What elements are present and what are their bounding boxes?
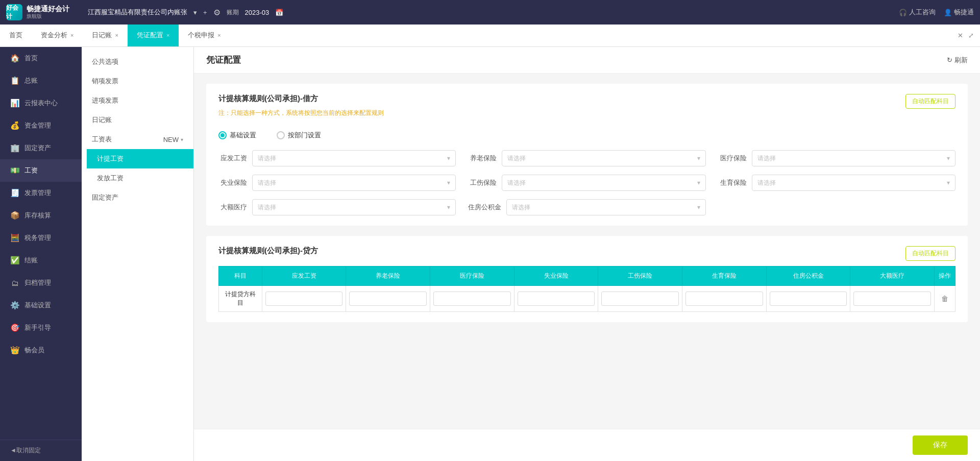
tab-journal-close[interactable]: ×: [115, 32, 118, 38]
company-name[interactable]: 江西服宝精品有限责任公司内账张: [88, 8, 187, 17]
consult-button[interactable]: 🎧 人工咨询: [899, 8, 936, 17]
fund-icon: 💰: [10, 121, 19, 130]
save-bar: 保存: [194, 429, 980, 461]
debit-auto-match-button[interactable]: 自动匹配科目: [905, 94, 955, 109]
settings-icon[interactable]: ⚙: [213, 8, 220, 17]
sidebar-item-home[interactable]: 🏠 首页: [0, 47, 82, 69]
cell-gross-salary-input[interactable]: [262, 286, 346, 312]
period-value[interactable]: 2023-03: [245, 9, 270, 16]
tab-home-label: 首页: [9, 31, 22, 40]
cell-large-medical-input[interactable]: [850, 286, 935, 312]
refresh-button[interactable]: ↻ 刷新: [947, 56, 968, 65]
radio-basic-settings[interactable]: 基础设置: [218, 131, 256, 140]
sub-sidebar-accrual-salary-label: 计提工资: [97, 154, 124, 163]
delete-icon[interactable]: 🗑: [941, 295, 948, 303]
calendar-icon[interactable]: 📅: [275, 9, 283, 16]
cell-medical-input[interactable]: [430, 286, 514, 312]
sidebar-item-member[interactable]: 👑 畅会员: [0, 339, 82, 361]
sidebar-item-archive[interactable]: 🗂 归档管理: [0, 272, 82, 294]
content-header: 凭证配置 ↻ 刷新: [194, 47, 980, 74]
sidebar-item-inventory[interactable]: 📦 库存核算: [0, 204, 82, 227]
tab-journal[interactable]: 日记账 ×: [83, 25, 127, 46]
field-gross-salary-select[interactable]: 请选择 ▾: [252, 150, 456, 166]
input-maternity[interactable]: [685, 292, 763, 306]
sidebar-item-invoice[interactable]: 🧾 发票管理: [0, 182, 82, 204]
field-unemployment: 失业保险 请选择 ▾: [218, 175, 456, 191]
sub-sidebar-salary-sub: 计提工资 发放工资: [82, 149, 193, 188]
sidebar-item-tax-label: 税务管理: [24, 233, 51, 242]
col-medical: 医疗保险: [430, 266, 514, 286]
field-injury-select[interactable]: 请选择 ▾: [502, 175, 705, 191]
sidebar-item-inventory-label: 库存核算: [24, 211, 51, 220]
tab-fullscreen-icon[interactable]: ⤢: [968, 32, 974, 39]
cancel-fixed-label: ◄取消固定: [10, 446, 41, 455]
input-pension[interactable]: [349, 292, 427, 306]
tab-tax-close[interactable]: ×: [217, 32, 220, 38]
input-medical[interactable]: [433, 292, 511, 306]
input-injury[interactable]: [601, 292, 679, 306]
sidebar-item-salary[interactable]: 💵 工资: [0, 159, 82, 182]
credit-auto-match-button[interactable]: 自动匹配科目: [905, 246, 955, 261]
cell-injury-input[interactable]: [598, 286, 682, 312]
radio-dept-circle: [277, 131, 285, 139]
sidebar-item-beginner[interactable]: 🎯 新手引导: [0, 317, 82, 339]
cell-maternity-input[interactable]: [682, 286, 767, 312]
sub-sidebar-public-options[interactable]: 公共选项: [82, 52, 193, 71]
input-gross-salary[interactable]: [265, 292, 343, 306]
sidebar-item-tax[interactable]: 🧮 税务管理: [0, 227, 82, 249]
field-housing-fund-select[interactable]: 请选择 ▾: [506, 199, 705, 215]
radio-by-dept[interactable]: 按部门设置: [277, 131, 321, 140]
field-large-medical-select[interactable]: 请选择 ▾: [252, 199, 456, 215]
sidebar-item-cloud-report[interactable]: 📊 云报表中心: [0, 92, 82, 114]
sub-sidebar-fixed-asset[interactable]: 固定资产: [82, 188, 193, 207]
sidebar-item-fund[interactable]: 💰 资金管理: [0, 114, 82, 137]
user-avatar[interactable]: 👤 畅捷通: [944, 8, 974, 17]
tab-funds[interactable]: 资金分析 ×: [32, 25, 83, 46]
input-large-medical[interactable]: [853, 292, 931, 306]
tab-close-all-icon[interactable]: ✕: [958, 32, 963, 39]
field-maternity-select[interactable]: 请选择 ▾: [752, 175, 955, 191]
archive-icon: 🗂: [10, 279, 19, 287]
basic-settings-icon: ⚙️: [10, 301, 19, 310]
sub-sidebar-salary-table-header[interactable]: 工资表 NEW ▾: [82, 130, 193, 149]
add-account-button[interactable]: +: [203, 9, 207, 16]
cell-unemployment-input[interactable]: [514, 286, 598, 312]
sidebar-item-fixed-asset[interactable]: 🏢 固定资产: [0, 137, 82, 159]
sub-sidebar-pay-salary[interactable]: 发放工资: [87, 168, 193, 188]
sub-sidebar-journal[interactable]: 日记账: [82, 110, 193, 130]
field-unemployment-select[interactable]: 请选择 ▾: [252, 175, 456, 191]
company-dropdown-icon[interactable]: ▾: [193, 9, 197, 16]
sidebar-item-beginner-label: 新手引导: [24, 323, 51, 332]
field-medical-select[interactable]: 请选择 ▾: [752, 150, 955, 166]
field-housing-fund: 住房公积金 请选择 ▾: [468, 199, 705, 215]
fixed-asset-icon: 🏢: [10, 143, 19, 153]
cancel-fixed-button[interactable]: ◄取消固定: [0, 440, 82, 461]
sidebar-item-ledger[interactable]: 📋 总账: [0, 69, 82, 92]
sub-sidebar-salary-table-label: 工资表: [92, 135, 112, 144]
tab-voucher-config[interactable]: 凭证配置 ×: [128, 25, 179, 46]
input-housing[interactable]: [770, 292, 847, 306]
save-button[interactable]: 保存: [913, 435, 968, 455]
cell-delete[interactable]: 🗑: [934, 286, 955, 312]
dropdown-arrow-large-medical: ▾: [447, 204, 450, 211]
home-icon: 🏠: [10, 54, 19, 63]
cell-housing-input[interactable]: [766, 286, 850, 312]
content-body: 计提核算规则(公司承担)-借方 注：只能选择一种方式，系统将按照您当前的选择来配…: [194, 74, 980, 429]
sub-sidebar-accrual-salary[interactable]: 计提工资: [87, 149, 193, 168]
dropdown-arrow-housing: ▾: [697, 204, 700, 211]
tab-voucher-config-close[interactable]: ×: [166, 32, 169, 38]
sub-sidebar-sales-invoice-label: 销项发票: [92, 77, 118, 86]
sidebar-item-basic-settings[interactable]: ⚙️ 基础设置: [0, 294, 82, 317]
cell-pension-input[interactable]: [346, 286, 430, 312]
field-pension-select[interactable]: 请选择 ▾: [502, 150, 705, 166]
tab-funds-close[interactable]: ×: [70, 32, 74, 38]
sidebar-item-close-account[interactable]: ✅ 结账: [0, 249, 82, 272]
sub-sidebar-sales-invoice[interactable]: 销项发票: [82, 71, 193, 91]
input-unemployment[interactable]: [518, 292, 595, 306]
sidebar-item-invoice-label: 发票管理: [24, 188, 51, 198]
period-label: 账期: [227, 8, 239, 17]
tab-tax[interactable]: 个税申报 ×: [179, 25, 230, 46]
tab-home[interactable]: 首页: [0, 25, 32, 46]
dropdown-arrow-maternity: ▾: [947, 179, 950, 186]
sub-sidebar-purchase-invoice[interactable]: 进项发票: [82, 91, 193, 110]
